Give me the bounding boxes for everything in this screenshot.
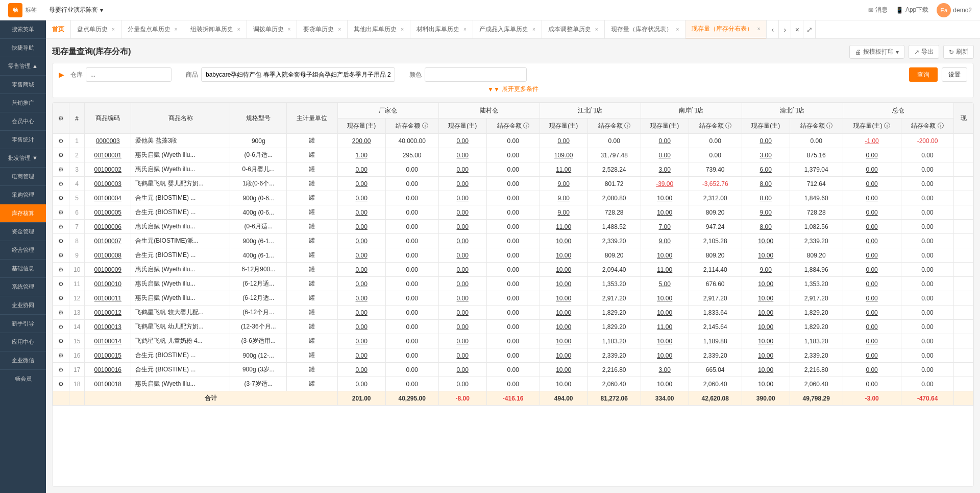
- cell-nanan-qty[interactable]: 9.00: [641, 234, 689, 248]
- cell-nanan-qty[interactable]: 7.00: [641, 220, 689, 234]
- search-btn[interactable]: 查询: [909, 67, 938, 82]
- cell-lucun-qty[interactable]: 0.00: [438, 377, 486, 391]
- goods-input[interactable]: [201, 67, 395, 82]
- cell-total-qty[interactable]: 0.00: [843, 205, 901, 220]
- cell-nanan-qty[interactable]: 5.00: [641, 277, 689, 291]
- cell-nanan-qty[interactable]: 10.00: [641, 377, 689, 391]
- close-icon[interactable]: ×: [532, 27, 535, 32]
- cell-gear[interactable]: ⚙: [53, 234, 69, 248]
- cell-lucun-qty[interactable]: 0.00: [438, 277, 486, 291]
- cell-nanan-qty[interactable]: 10.00: [641, 291, 689, 306]
- cell-changjia-qty[interactable]: 0.00: [337, 162, 385, 177]
- cell-gear[interactable]: ⚙: [53, 162, 69, 177]
- cell-yubei-qty[interactable]: 6.00: [742, 162, 790, 177]
- cell-yubei-qty[interactable]: 10.00: [742, 334, 790, 348]
- cell-changjia-qty[interactable]: 0.00: [337, 320, 385, 334]
- cell-yubei-qty[interactable]: 10.00: [742, 277, 790, 291]
- tab-assembly-history[interactable]: 组装拆卸单历史×: [184, 20, 247, 39]
- cell-lucun-qty[interactable]: 0.00: [438, 320, 486, 334]
- filter-toggle-icon[interactable]: ▶: [59, 71, 64, 79]
- cell-nanan-qty[interactable]: 10.00: [641, 191, 689, 205]
- sidebar-item-basic-info[interactable]: 基础信息: [0, 260, 46, 278]
- cell-lucun-qty[interactable]: 0.00: [438, 248, 486, 263]
- cell-changjia-qty[interactable]: 1.00: [337, 148, 385, 162]
- cell-gear[interactable]: ⚙: [53, 363, 69, 377]
- cell-jiangbei-qty[interactable]: 10.00: [540, 363, 587, 377]
- sidebar-item-nav[interactable]: 快捷导航: [0, 39, 46, 57]
- refresh-btn[interactable]: ↻ 刷新: [943, 45, 974, 59]
- cell-total-qty[interactable]: 0.00: [843, 220, 901, 234]
- cell-code[interactable]: 0000003: [85, 134, 131, 148]
- sidebar-item-finance[interactable]: 资金管理: [0, 223, 46, 241]
- cell-lucun-qty[interactable]: 0.00: [438, 177, 486, 191]
- cell-yubei-qty[interactable]: 9.00: [742, 205, 790, 220]
- cell-code[interactable]: 00100003: [85, 177, 131, 191]
- sidebar-item-collab[interactable]: 企业协同: [0, 296, 46, 315]
- cell-nanan-qty[interactable]: 10.00: [641, 205, 689, 220]
- cell-changjia-qty[interactable]: 0.00: [337, 291, 385, 306]
- cell-jiangbei-qty[interactable]: 9.00: [540, 191, 587, 205]
- cell-gear[interactable]: ⚙: [53, 348, 69, 363]
- cell-total-qty[interactable]: 0.00: [843, 320, 901, 334]
- tab-stock-status[interactable]: 现存量（库存状况表）×: [605, 20, 686, 39]
- cell-lucun-qty[interactable]: 0.00: [438, 263, 486, 277]
- cell-jiangbei-qty[interactable]: 10.00: [540, 277, 587, 291]
- cell-gear[interactable]: ⚙: [53, 277, 69, 291]
- nav-next-btn[interactable]: ›: [779, 20, 791, 39]
- nav-prev-btn[interactable]: ‹: [767, 20, 779, 39]
- print-btn[interactable]: 🖨 按模板打印 ▾: [849, 45, 904, 59]
- cell-jiangbei-qty[interactable]: 10.00: [540, 306, 587, 320]
- tab-material-out-history[interactable]: 材料出库单历史×: [410, 20, 473, 39]
- cell-code[interactable]: 00100011: [85, 291, 131, 306]
- tab-home[interactable]: 首页: [46, 20, 71, 39]
- sidebar-item-inventory[interactable]: 库存核算: [0, 204, 46, 223]
- tab-other-out-history[interactable]: 其他出库单历史×: [348, 20, 410, 39]
- close-icon[interactable]: ×: [595, 27, 598, 32]
- cell-gear[interactable]: ⚙: [53, 191, 69, 205]
- close-icon[interactable]: ×: [237, 27, 240, 32]
- user-area[interactable]: Ea demo2: [937, 3, 972, 17]
- cell-nanan-qty[interactable]: 10.00: [641, 334, 689, 348]
- cell-total-qty[interactable]: 0.00: [843, 191, 901, 205]
- cell-changjia-qty[interactable]: 0.00: [337, 191, 385, 205]
- cell-changjia-qty[interactable]: 0.00: [337, 234, 385, 248]
- cell-lucun-qty[interactable]: 0.00: [438, 148, 486, 162]
- cell-jiangbei-qty[interactable]: 10.00: [540, 377, 587, 391]
- cell-code[interactable]: 00100008: [85, 248, 131, 263]
- cell-gear[interactable]: ⚙: [53, 377, 69, 391]
- close-icon[interactable]: ×: [401, 27, 404, 32]
- cell-jiangbei-qty[interactable]: 10.00: [540, 291, 587, 306]
- cell-gear[interactable]: ⚙: [53, 306, 69, 320]
- close-icon[interactable]: ×: [112, 27, 115, 32]
- cell-code[interactable]: 00100009: [85, 263, 131, 277]
- sidebar-item-retail-shop[interactable]: 零售商城: [0, 76, 46, 94]
- sidebar-item-ecommerce[interactable]: 电商管理: [0, 168, 46, 186]
- cell-gear[interactable]: ⚙: [53, 334, 69, 348]
- cell-changjia-qty[interactable]: 0.00: [337, 248, 385, 263]
- cell-code[interactable]: 00100012: [85, 306, 131, 320]
- close-icon[interactable]: ×: [288, 27, 291, 32]
- cell-yubei-qty[interactable]: 10.00: [742, 363, 790, 377]
- sidebar-item-search[interactable]: 搜索英单: [0, 20, 46, 39]
- cell-yubei-qty[interactable]: 10.00: [742, 248, 790, 263]
- nav-close-btn[interactable]: ×: [791, 20, 803, 39]
- close-icon[interactable]: ×: [463, 27, 467, 32]
- cell-nanan-qty[interactable]: 0.00: [641, 134, 689, 148]
- cell-code[interactable]: 00100016: [85, 363, 131, 377]
- cell-changjia-qty[interactable]: 0.00: [337, 277, 385, 291]
- cell-total-qty[interactable]: 0.00: [843, 162, 901, 177]
- cell-yubei-qty[interactable]: 10.00: [742, 320, 790, 334]
- sidebar-item-system[interactable]: 系统管理: [0, 278, 46, 296]
- cell-code[interactable]: 00100001: [85, 148, 131, 162]
- cell-gear[interactable]: ⚙: [53, 248, 69, 263]
- cell-changjia-qty[interactable]: 0.00: [337, 263, 385, 277]
- close-icon[interactable]: ×: [175, 27, 178, 32]
- store-selector[interactable]: 母婴行业演示陈套 ▾: [49, 6, 103, 14]
- cell-lucun-qty[interactable]: 0.00: [438, 134, 486, 148]
- cell-code[interactable]: 00100013: [85, 320, 131, 334]
- cell-yubei-qty[interactable]: 8.00: [742, 177, 790, 191]
- cell-code[interactable]: 00100015: [85, 348, 131, 363]
- cell-jiangbei-qty[interactable]: 9.00: [540, 177, 587, 191]
- cell-lucun-qty[interactable]: 0.00: [438, 162, 486, 177]
- cell-total-qty[interactable]: 0.00: [843, 277, 901, 291]
